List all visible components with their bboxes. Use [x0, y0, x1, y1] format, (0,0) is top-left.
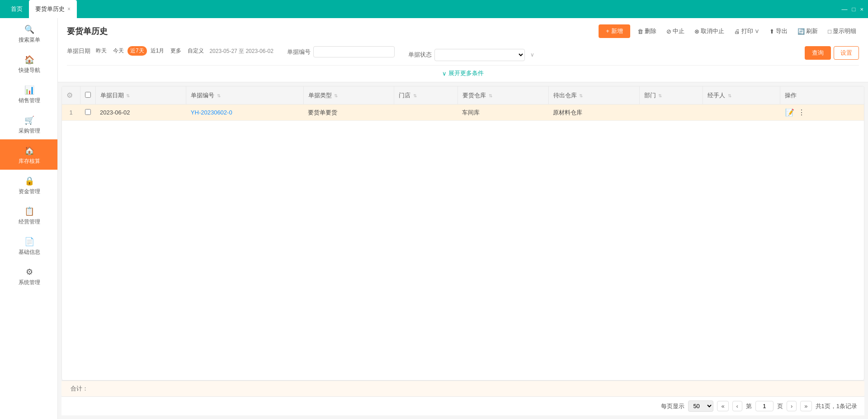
export-button[interactable]: ⬆ 导出 [767, 25, 790, 37]
settings-col-header: ⚙ [62, 86, 80, 105]
pending-warehouse-sort-icon: ⇅ [579, 93, 583, 98]
delete-icon: 🗑 [637, 28, 643, 35]
sidebar-item-basic-info[interactable]: 📄 基础信息 [0, 230, 57, 261]
date-filter-group: 单据日期 昨天 今天 近7天 近1月 更多 自定义 2023-05-27 至 2… [67, 46, 274, 56]
department-col-header: 部门 ⇅ [639, 86, 703, 105]
bill-no-filter-group: 单据编号 [287, 46, 395, 57]
tab-requisition-history[interactable]: 要货单历史 × [29, 0, 77, 18]
date-option-more[interactable]: 更多 [168, 46, 184, 56]
req-warehouse-col-header: 要货仓库 ⇅ [458, 86, 548, 105]
top-bar: 首页 要货单历史 × — □ × [0, 0, 868, 18]
print-icon: 🖨 [734, 28, 740, 35]
table-settings-icon[interactable]: ⚙ [66, 91, 73, 99]
more-row-icon[interactable]: ⋮ [798, 109, 805, 116]
sidebar: 🔍 搜索菜单 🏠 快捷导航 📊 销售管理 🛒 采购管理 🏠 库存核算 🔒 资金管… [0, 18, 58, 419]
operation-icon: 📋 [24, 206, 34, 216]
first-page-button[interactable]: « [717, 401, 728, 411]
row-handler [703, 105, 780, 121]
page-title: 要货单历史 [67, 26, 108, 37]
row-department [639, 105, 703, 121]
display-detail-button[interactable]: □ 显示明细 [825, 25, 859, 37]
finance-icon: 🔒 [24, 176, 34, 186]
purchase-icon: 🛒 [24, 115, 34, 125]
date-options: 昨天 今天 近7天 近1月 更多 自定义 [93, 46, 207, 56]
sidebar-item-system[interactable]: ⚙ 系统管理 [0, 261, 57, 291]
refresh-button[interactable]: 🔄 刷新 [795, 25, 821, 37]
status-select[interactable] [434, 49, 525, 61]
last-page-button[interactable]: » [800, 401, 811, 411]
page-suffix: 页 [777, 402, 783, 410]
settings-button[interactable]: 设置 [834, 46, 859, 60]
table-wrapper: ⚙ 单据日期 ⇅ 单据编号 ⇅ [61, 86, 864, 381]
row-checkbox[interactable] [85, 109, 91, 115]
cancel-stop-button[interactable]: ⊗ 取消中止 [692, 25, 727, 37]
query-button[interactable]: 查询 [805, 46, 831, 60]
bill-no-input[interactable] [313, 46, 395, 57]
window-controls: — □ × [842, 6, 863, 13]
pending-warehouse-col-header: 待出仓库 ⇅ [548, 86, 639, 105]
next-page-button[interactable]: › [787, 401, 797, 411]
display-detail-icon: □ [828, 28, 831, 35]
date-option-today[interactable]: 今天 [110, 46, 127, 56]
date-option-yesterday[interactable]: 昨天 [93, 46, 109, 56]
basic-info-icon: 📄 [24, 237, 34, 247]
sidebar-item-finance[interactable]: 🔒 资金管理 [0, 170, 57, 200]
page-title-row: 要货单历史 + 新增 🗑 🗑 删除 删除 ⊘ 中止 ⊗ 取消中止 [67, 24, 859, 38]
handler-col-header: 经手人 ⇅ [703, 86, 780, 105]
bill-no-link[interactable]: YH-20230602-0 [191, 109, 232, 116]
print-button[interactable]: 🖨 打印 ∨ [731, 25, 763, 37]
date-col-header: 单据日期 ⇅ [95, 86, 186, 105]
window-close[interactable]: × [860, 6, 863, 13]
prev-page-button[interactable]: ‹ [732, 401, 742, 411]
req-warehouse-sort-icon: ⇅ [489, 93, 492, 98]
sidebar-item-search-menu[interactable]: 🔍 搜索菜单 [0, 18, 57, 48]
row-store [394, 105, 458, 121]
date-option-custom[interactable]: 自定义 [185, 46, 207, 56]
page-number-input[interactable] [755, 401, 774, 411]
row-req-warehouse: 车间库 [458, 105, 548, 121]
cancel-stop-icon: ⊗ [694, 28, 699, 35]
date-filter-label: 单据日期 [67, 47, 90, 55]
home-icon: 🏠 [24, 55, 34, 65]
department-sort-icon: ⇅ [658, 93, 662, 98]
row-pending-warehouse: 原材料仓库 [548, 105, 639, 121]
date-range: 2023-05-27 至 2023-06-02 [209, 48, 273, 55]
window-minimize[interactable]: — [842, 6, 848, 13]
filter-area: 单据日期 昨天 今天 近7天 近1月 更多 自定义 2023-05-27 至 2… [67, 43, 859, 63]
sidebar-item-operation[interactable]: 📋 经营管理 [0, 200, 57, 230]
new-button[interactable]: + 新增 [599, 24, 630, 38]
stop-button[interactable]: ⊘ 中止 [664, 25, 687, 37]
date-option-week[interactable]: 近7天 [127, 46, 147, 56]
window-maximize[interactable]: □ [852, 6, 856, 13]
delete-button[interactable]: 🗑 🗑 删除 删除 [635, 25, 659, 37]
store-col-header: 门店 ⇅ [394, 86, 458, 105]
date-option-month[interactable]: 近1月 [148, 46, 167, 56]
tab-home[interactable]: 首页 [5, 0, 29, 18]
table-row: 1 2023-06-02 YH-20230602-0 要货单要货 车间库 原材料… [62, 105, 864, 121]
handler-sort-icon: ⇅ [728, 93, 731, 98]
main-layout: 🔍 搜索菜单 🏠 快捷导航 📊 销售管理 🛒 采购管理 🏠 库存核算 🔒 资金管… [0, 18, 868, 419]
sidebar-item-quick-nav[interactable]: 🏠 快捷导航 [0, 48, 57, 79]
select-all-checkbox[interactable] [85, 92, 91, 98]
sidebar-item-sales[interactable]: 📊 销售管理 [0, 79, 57, 109]
edit-row-icon[interactable]: 📝 [785, 109, 794, 116]
footer-total: 合计： [61, 381, 864, 396]
search-menu-icon: 🔍 [24, 24, 34, 34]
sidebar-item-purchase[interactable]: 🛒 采购管理 [0, 109, 57, 139]
total-info: 共1页，1条记录 [816, 402, 857, 410]
tab-bar: 首页 要货单历史 × [5, 0, 842, 18]
toolbar: + 新增 🗑 🗑 删除 删除 ⊘ 中止 ⊗ 取消中止 [599, 24, 859, 38]
stop-icon: ⊘ [666, 28, 671, 35]
sidebar-item-inventory[interactable]: 🏠 库存核算 [0, 139, 57, 170]
status-label: 单据状态 [408, 51, 432, 59]
table-header-row: ⚙ 单据日期 ⇅ 单据编号 ⇅ [62, 86, 864, 105]
bill-no-label: 单据编号 [287, 48, 311, 56]
page-size-select[interactable]: 10 20 50 100 [688, 400, 713, 412]
checkbox-col-header [80, 86, 95, 105]
sales-icon: 📊 [24, 85, 34, 95]
close-tab-icon[interactable]: × [67, 6, 71, 12]
expand-more-row: ∨ 展开更多条件 [67, 65, 859, 82]
store-sort-icon: ⇅ [413, 93, 417, 98]
expand-more-button[interactable]: ∨ 展开更多条件 [439, 67, 487, 79]
row-num: 1 [62, 105, 80, 121]
